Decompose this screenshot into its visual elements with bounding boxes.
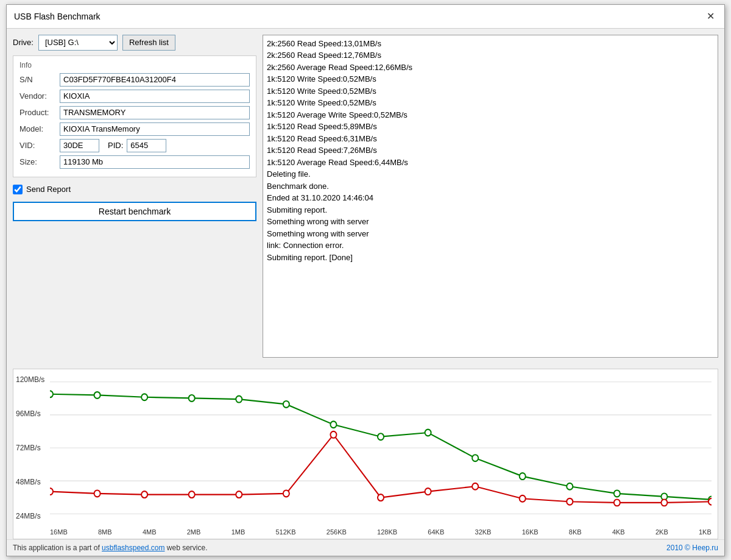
drive-select[interactable]: [USB] G:\: [38, 35, 118, 51]
log-line: 1k:5120 Read Speed:7,26MB/s: [267, 144, 714, 157]
model-row: Model:: [19, 122, 250, 136]
svg-point-24: [236, 491, 242, 498]
x-axis-label: 8MB: [98, 528, 112, 536]
svg-point-22: [141, 491, 147, 498]
svg-point-6: [94, 392, 101, 399]
footer-right-link[interactable]: 2010 © Heep.ru: [666, 544, 718, 552]
drive-row: Drive: [USB] G:\ Refresh list: [13, 35, 256, 51]
log-box[interactable]: 2k:2560 Read Speed:13,01MB/s2k:2560 Read…: [263, 35, 718, 358]
log-line: 2k:2560 Average Read Speed:12,66MB/s: [267, 62, 714, 74]
log-line: 2k:2560 Read Speed:13,01MB/s: [267, 38, 714, 50]
product-label: Product:: [19, 108, 56, 117]
vendor-input[interactable]: [60, 90, 250, 103]
log-line: Something wrong with server: [267, 228, 714, 240]
svg-point-7: [141, 394, 147, 400]
footer-prefix: This application is a part of: [13, 544, 102, 552]
size-label: Size:: [19, 157, 56, 166]
svg-point-31: [567, 498, 573, 505]
title-bar: USB Flash Benchmark ✕: [7, 5, 724, 29]
vid-label: VID:: [19, 141, 56, 150]
x-axis-label: 512KB: [276, 528, 296, 536]
send-report-label[interactable]: Send Report: [26, 185, 71, 194]
main-window: USB Flash Benchmark ✕ Drive: [USB] G:\ R…: [6, 4, 725, 556]
y-axis-label: 48MB/s: [16, 478, 44, 486]
svg-point-16: [567, 483, 573, 489]
svg-point-23: [189, 491, 195, 498]
x-axis-label: 4KB: [612, 528, 625, 536]
x-axis-labels: 16MB8MB4MB2MB1MB512KB256KB128KB64KB32KB1…: [50, 528, 712, 536]
log-line: Submiting report. [Done]: [267, 252, 714, 264]
pid-label: PID:: [108, 141, 123, 150]
x-axis-label: 2KB: [655, 528, 668, 536]
svg-point-5: [50, 391, 53, 397]
x-axis-label: 1KB: [699, 528, 712, 536]
svg-point-17: [614, 490, 620, 497]
product-input[interactable]: [60, 106, 250, 119]
x-axis-label: 16KB: [522, 528, 539, 536]
x-axis-label: 2MB: [187, 528, 201, 536]
log-line: 1k:5120 Average Read Speed:6,44MB/s: [267, 157, 714, 169]
svg-point-21: [94, 490, 101, 497]
sn-label: S/N: [19, 75, 56, 84]
svg-point-11: [330, 421, 336, 428]
svg-point-20: [50, 488, 53, 495]
main-content: Drive: [USB] G:\ Refresh list Info S/N V…: [7, 29, 724, 364]
x-axis-label: 16MB: [50, 528, 68, 536]
x-axis-label: 4MB: [143, 528, 157, 536]
window-title: USB Flash Benchmark: [14, 12, 101, 21]
svg-point-25: [283, 490, 289, 497]
log-line: 1k:5120 Average Write Speed:0,52MB/s: [267, 109, 714, 121]
log-line: 1k:5120 Write Speed:0,52MB/s: [267, 85, 714, 97]
log-line: Something wrong with server: [267, 216, 714, 228]
send-report-row: Send Report: [13, 182, 256, 197]
y-axis-label: 96MB/s: [16, 409, 44, 418]
log-line: 1k:5120 Read Speed:5,89MB/s: [267, 121, 714, 133]
sn-input[interactable]: [60, 73, 250, 87]
y-axis-label: 72MB/s: [16, 444, 44, 452]
footer-text: This application is a part of usbflashsp…: [13, 544, 208, 552]
svg-point-12: [378, 433, 384, 440]
chart-svg: [50, 375, 712, 520]
sn-row: S/N: [19, 73, 250, 87]
chart-section: 120MB/s96MB/s72MB/s48MB/s24MB/s 16MB8MB4…: [7, 369, 724, 539]
svg-point-26: [330, 431, 336, 438]
log-line: Benchmark done.: [267, 180, 714, 193]
svg-point-34: [708, 498, 712, 505]
right-panel: 2k:2560 Read Speed:13,01MB/s2k:2560 Read…: [263, 35, 718, 358]
x-axis-label: 256KB: [327, 528, 347, 536]
send-report-checkbox[interactable]: [13, 185, 23, 194]
x-axis-label: 64KB: [428, 528, 444, 536]
x-axis-label: 32KB: [475, 528, 492, 536]
svg-point-29: [472, 483, 478, 489]
vendor-label: Vendor:: [19, 91, 56, 101]
vid-input[interactable]: [60, 139, 99, 152]
size-input[interactable]: [60, 155, 250, 169]
svg-point-15: [520, 473, 526, 480]
pid-input[interactable]: [127, 139, 166, 152]
model-label: Model:: [19, 124, 56, 133]
size-row: Size:: [19, 155, 250, 169]
log-line: link: Connection error.: [267, 239, 714, 252]
log-line: Ended at 31.10.2020 14:46:04: [267, 192, 714, 204]
model-input[interactable]: [60, 122, 250, 136]
footer: This application is a part of usbflashsp…: [7, 539, 724, 556]
footer-link[interactable]: usbflashspeed.com: [102, 544, 164, 552]
x-axis-label: 1MB: [231, 528, 245, 536]
svg-point-28: [425, 488, 431, 495]
refresh-button[interactable]: Refresh list: [122, 35, 175, 51]
chart-container: 120MB/s96MB/s72MB/s48MB/s24MB/s 16MB8MB4…: [13, 369, 718, 539]
svg-point-33: [661, 499, 667, 506]
vid-pid-row: VID: PID:: [19, 139, 250, 152]
log-line: 1k:5120 Write Speed:0,52MB/s: [267, 73, 714, 85]
footer-right: 2010 © Heep.ru: [666, 544, 718, 552]
svg-point-30: [520, 495, 526, 502]
info-group-label: Info: [19, 61, 250, 69]
drive-label: Drive:: [13, 38, 34, 47]
log-line: 1k:5120 Read Speed:6,31MB/s: [267, 133, 714, 145]
footer-suffix: web service.: [164, 544, 207, 552]
svg-point-27: [378, 494, 384, 501]
y-axis-label: 120MB/s: [16, 375, 44, 384]
close-button[interactable]: ✕: [704, 10, 717, 23]
info-group: Info S/N Vendor: Product: Mo: [13, 55, 256, 177]
restart-button[interactable]: Restart benchmark: [13, 202, 256, 221]
